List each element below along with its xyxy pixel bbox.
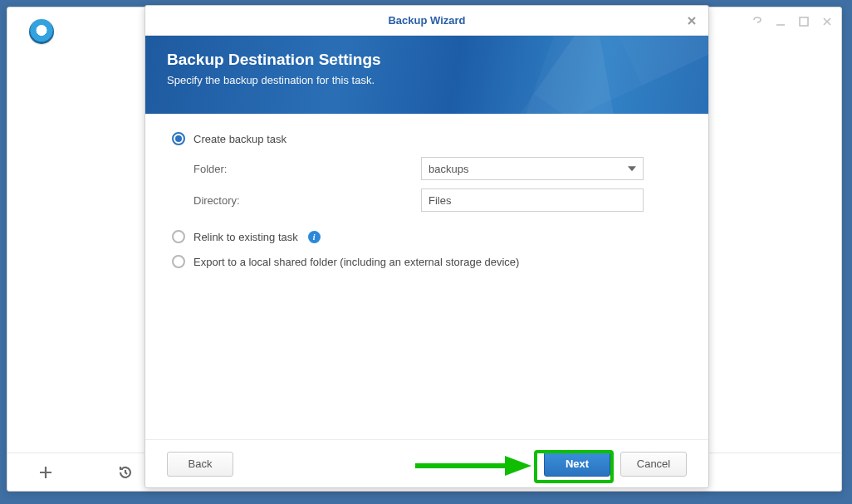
dialog-header: Backup Destination Settings Specify the … — [145, 36, 708, 114]
minimize-icon[interactable] — [775, 16, 786, 27]
folder-label: Folder: — [193, 163, 421, 175]
next-button-label: Next — [566, 458, 589, 470]
radio-export-local[interactable] — [172, 255, 185, 268]
maximize-icon[interactable] — [798, 16, 810, 27]
option-relink[interactable]: Relink to existing task i — [172, 230, 682, 243]
info-icon[interactable]: i — [308, 231, 321, 243]
option-relink-label: Relink to existing task — [193, 231, 298, 243]
folder-row: Folder: backups — [193, 157, 682, 180]
help-icon[interactable] — [752, 16, 763, 27]
option-create-backup[interactable]: Create backup task — [172, 132, 682, 145]
dialog-titlebar: Backup Wizard — [145, 6, 708, 36]
close-icon[interactable] — [821, 16, 833, 27]
backup-wizard-dialog: Backup Wizard Backup Destination Setting… — [144, 5, 709, 488]
radio-relink[interactable] — [172, 230, 185, 243]
dialog-heading: Backup Destination Settings — [167, 51, 687, 69]
chevron-down-icon — [628, 166, 636, 171]
folder-select[interactable]: backups — [421, 157, 644, 180]
back-button[interactable]: Back — [167, 452, 233, 477]
dialog-title: Backup Wizard — [388, 14, 465, 27]
cancel-button[interactable]: Cancel — [620, 452, 687, 477]
dialog-subheading: Specify the backup destination for this … — [167, 74, 687, 86]
dialog-body: Create backup task Folder: backups Direc… — [145, 114, 708, 439]
create-backup-subform: Folder: backups Directory: Files — [193, 157, 682, 212]
svg-rect-0 — [800, 17, 808, 26]
cancel-button-label: Cancel — [637, 458, 670, 470]
app-logo-icon — [29, 19, 54, 44]
dialog-footer: Back Next Cancel — [145, 439, 708, 487]
next-button[interactable]: Next — [544, 452, 610, 477]
dialog-close-button[interactable] — [683, 12, 700, 29]
directory-input[interactable]: Files — [421, 188, 644, 212]
folder-select-value: backups — [428, 163, 468, 175]
directory-label: Directory: — [193, 194, 421, 207]
directory-input-value: Files — [428, 194, 451, 207]
option-export-local[interactable]: Export to a local shared folder (includi… — [172, 255, 682, 268]
add-button[interactable] — [22, 459, 69, 486]
directory-row: Directory: Files — [193, 188, 682, 212]
back-button-label: Back — [189, 458, 213, 470]
history-button[interactable] — [102, 459, 149, 486]
option-create-backup-label: Create backup task — [193, 133, 286, 145]
option-export-local-label: Export to a local shared folder (includi… — [193, 256, 519, 268]
radio-create-backup[interactable] — [172, 132, 185, 145]
